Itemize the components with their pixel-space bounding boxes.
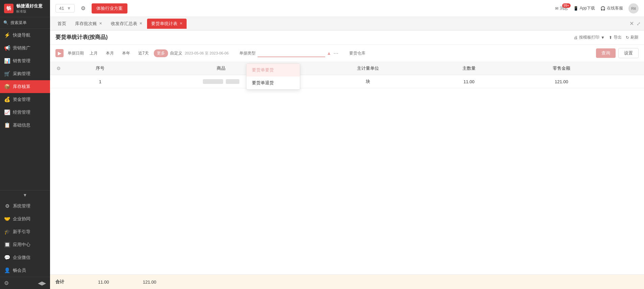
sidebar-logo: 畅 畅捷通好生意 标准版 bbox=[0, 0, 50, 17]
dropdown-item-label: 要货单要货 bbox=[252, 67, 274, 72]
col-quantity-header: 主数量 bbox=[427, 62, 511, 75]
query-btn[interactable]: 查询 bbox=[596, 48, 616, 58]
tab-home[interactable]: 首页 bbox=[53, 19, 70, 29]
table-row: 1 块 11.00 121.00 bbox=[50, 75, 644, 88]
row-quantity-col: 11.00 bbox=[427, 75, 511, 88]
bottom-settings-icon[interactable]: ⚙ bbox=[4, 280, 9, 286]
sidebar-item-label: 应用中心 bbox=[13, 242, 30, 248]
app-download-btn[interactable]: 📱 App下载 bbox=[573, 5, 595, 11]
sidebar-item-label: 经营管理 bbox=[13, 109, 30, 115]
row-settings-col bbox=[50, 75, 67, 88]
sidebar-item-guide[interactable]: 🎓 新手引导 bbox=[0, 225, 50, 238]
row-index-col: 1 bbox=[67, 75, 134, 88]
footer-values: 11.00 121.00 bbox=[98, 280, 156, 285]
col-unit-header: 主计量单位 bbox=[309, 62, 427, 75]
trial-industry-btn[interactable]: 体验行业方案 bbox=[92, 3, 127, 14]
base-info-icon: 📋 bbox=[4, 122, 10, 128]
type-select-input[interactable] bbox=[258, 49, 325, 57]
app-center-icon: 🔲 bbox=[4, 242, 10, 248]
sidebar-item-enterprise[interactable]: 🤝 企业协同 bbox=[0, 213, 50, 225]
logo-main-text: 畅捷通好生意 bbox=[16, 3, 43, 9]
sidebar-item-app-center[interactable]: 🔲 应用中心 bbox=[0, 238, 50, 251]
message-btn[interactable]: ✉ 消息 99+ bbox=[555, 5, 568, 11]
goods-placeholder bbox=[203, 79, 223, 84]
operations-icon: 📈 bbox=[4, 109, 10, 115]
tab-batch-account[interactable]: 库存批次账 ✕ bbox=[71, 19, 106, 29]
row-extra-col bbox=[612, 75, 644, 88]
filter-settings-btn[interactable]: 设置 bbox=[618, 48, 639, 58]
app-label: App下载 bbox=[580, 5, 595, 11]
tab-delivery-summary[interactable]: 收发存汇总表 ✕ bbox=[107, 19, 146, 29]
store-dropdown-arrow: ▼ bbox=[67, 6, 71, 11]
sidebar-item-label: 库存核算 bbox=[13, 84, 30, 90]
page-title: 要货单统计表(按商品) bbox=[55, 34, 108, 41]
sidebar-item-wechat[interactable]: 💬 企业微信 bbox=[0, 251, 50, 264]
type-select-arrow[interactable]: ▲ bbox=[327, 50, 331, 56]
warehouse-filter-label: 要货仓库 bbox=[349, 50, 365, 56]
tab-delivery-summary-label: 收发存汇总表 bbox=[111, 21, 137, 27]
sidebar-item-system[interactable]: ⚙ 系统管理 bbox=[0, 200, 50, 213]
sidebar-item-inventory[interactable]: 📦 库存核算 bbox=[0, 80, 50, 93]
print-label: 按模板打印 bbox=[579, 35, 599, 40]
sidebar-search[interactable]: 🔍 搜索菜单 bbox=[0, 17, 50, 29]
header-settings-btn[interactable]: ⚙ bbox=[78, 3, 88, 14]
purchase-icon: 🛒 bbox=[4, 71, 10, 77]
warehouse-filter-group: 要货仓库 bbox=[349, 50, 365, 56]
footer-label: 合计 bbox=[55, 279, 64, 285]
sidebar-item-label: 新手引导 bbox=[13, 229, 30, 235]
date-btn-this-month[interactable]: 本月 bbox=[103, 49, 117, 58]
date-custom-btn[interactable]: 自定义 bbox=[170, 50, 182, 56]
col-settings-icon[interactable]: ⚙ bbox=[56, 66, 61, 71]
bottom-collapse-icon[interactable]: ◀▶ bbox=[38, 280, 46, 286]
enterprise-icon: 🤝 bbox=[4, 216, 10, 222]
sidebar-item-marketing[interactable]: 📢 营销推广 bbox=[0, 42, 50, 54]
date-btn-last-month[interactable]: 上月 bbox=[87, 49, 101, 58]
dropdown-item-order-goods[interactable]: 要货单要货 bbox=[246, 64, 300, 76]
sidebar-item-base-info[interactable]: 📋 基础信息 bbox=[0, 119, 50, 132]
export-btn[interactable]: ⬆ 导出 bbox=[609, 35, 622, 40]
sidebar-item-label: 企业协同 bbox=[13, 216, 30, 222]
date-btn-more[interactable]: 更多 bbox=[154, 49, 168, 57]
type-dropdown: 要货单要货 要货单退货 bbox=[246, 63, 300, 90]
tabs-expand-btn[interactable]: ⤢ bbox=[637, 21, 641, 26]
sidebar: 畅 畅捷通好生意 标准版 🔍 搜索菜单 ⚡ 快捷导航 📢 营销推广 📊 销售管理… bbox=[0, 0, 50, 289]
service-icon: 🎧 bbox=[600, 6, 605, 11]
print-template-btn[interactable]: 🖨 按模板打印 ▼ bbox=[574, 35, 605, 40]
type-more-btn[interactable]: ··· bbox=[333, 50, 338, 57]
sidebar-search-label: 搜索菜单 bbox=[10, 20, 27, 26]
footer-amount: 121.00 bbox=[143, 280, 157, 285]
sidebar-item-label: 资金管理 bbox=[13, 96, 30, 103]
main-area: 41 ▼ ⚙ 体验行业方案 ✉ 消息 99+ 📱 App下载 🎧 在线客服 Ri… bbox=[50, 0, 644, 289]
date-btn-this-year[interactable]: 本年 bbox=[119, 49, 133, 58]
sidebar-item-label: 畅会员 bbox=[13, 267, 26, 273]
refresh-btn[interactable]: ↻ 刷新 bbox=[626, 35, 639, 40]
sidebar-item-operations[interactable]: 📈 经营管理 bbox=[0, 106, 50, 119]
type-filter-label: 单据类型 bbox=[239, 50, 256, 56]
sidebar-nav: ⚡ 快捷导航 📢 营销推广 📊 销售管理 🛒 采购管理 📦 库存核算 💰 资金管… bbox=[0, 29, 50, 190]
quick-nav-icon: ⚡ bbox=[4, 32, 10, 38]
sidebar-item-purchase[interactable]: 🛒 采购管理 bbox=[0, 67, 50, 80]
sidebar-item-quick-nav[interactable]: ⚡ 快捷导航 bbox=[0, 29, 50, 42]
logo-sub-text: 标准版 bbox=[16, 9, 43, 14]
tabs-close-all-btn[interactable]: ✕ bbox=[629, 20, 634, 27]
tab-order-summary-close[interactable]: ✕ bbox=[180, 21, 183, 26]
inventory-icon: 📦 bbox=[4, 84, 10, 90]
tab-order-summary[interactable]: 要货单统计表 ✕ bbox=[147, 19, 187, 29]
message-badge: 99+ bbox=[562, 3, 571, 8]
store-selector[interactable]: 41 ▼ bbox=[55, 4, 75, 13]
sidebar-item-sales[interactable]: 📊 销售管理 bbox=[0, 54, 50, 67]
sidebar-scroll-down[interactable]: ▼ bbox=[0, 190, 50, 200]
top-header: 41 ▼ ⚙ 体验行业方案 ✉ 消息 99+ 📱 App下载 🎧 在线客服 Ri… bbox=[50, 0, 644, 17]
tab-batch-account-close[interactable]: ✕ bbox=[99, 21, 102, 26]
sidebar-item-membership[interactable]: 👤 畅会员 bbox=[0, 264, 50, 277]
avatar[interactable]: Rit bbox=[628, 3, 639, 14]
date-btn-7days[interactable]: 近7天 bbox=[135, 49, 152, 58]
header-left: 41 ▼ ⚙ 体验行业方案 bbox=[55, 3, 555, 14]
dropdown-item-order-return[interactable]: 要货单退货 bbox=[246, 76, 300, 89]
sidebar-bottom: ⚙ ◀▶ bbox=[0, 277, 50, 289]
tab-delivery-summary-close[interactable]: ✕ bbox=[139, 21, 142, 26]
sidebar-item-finance[interactable]: 💰 资金管理 bbox=[0, 93, 50, 106]
filter-expand-btn[interactable]: ▶ bbox=[55, 49, 64, 57]
marketing-icon: 📢 bbox=[4, 45, 10, 51]
online-service-btn[interactable]: 🎧 在线客服 bbox=[600, 5, 623, 11]
